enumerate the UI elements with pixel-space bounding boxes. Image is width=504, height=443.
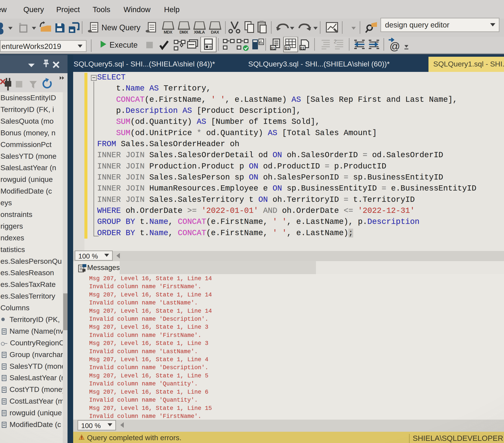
svg-text:Execute: Execute [109, 40, 138, 49]
svg-text:01: 01 [285, 46, 289, 50]
svg-text:01: 01 [271, 46, 275, 50]
svg-text:@: @ [390, 40, 400, 52]
svg-text:2: 2 [334, 38, 337, 44]
svg-text:New Query: New Query [102, 23, 141, 32]
svg-text:01: 01 [300, 46, 305, 50]
